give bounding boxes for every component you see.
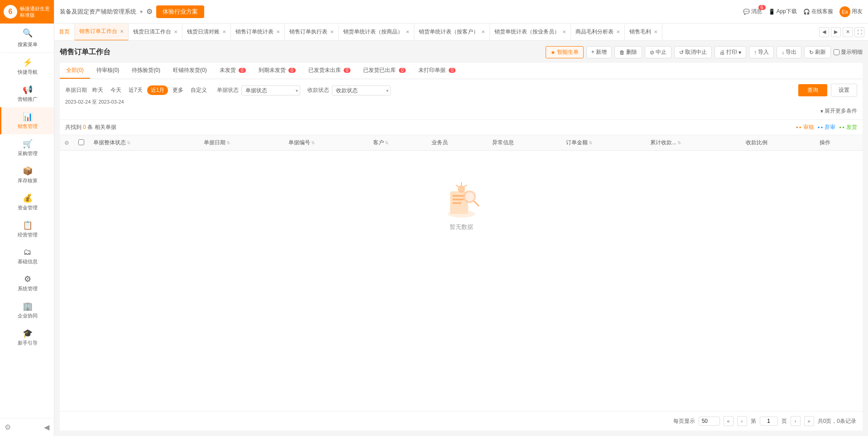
sidebar-item-system[interactable]: ⚙ 系统管理 <box>0 270 54 297</box>
filter-date-today[interactable]: 今天 <box>108 85 124 95</box>
collapse-icon[interactable]: ◀ <box>44 423 49 431</box>
sidebar-item-marketing[interactable]: 📢 营销推广 <box>0 80 54 107</box>
tab-sales-summary-product-close[interactable]: ✕ <box>406 29 409 34</box>
th-collected-sort[interactable]: 累计收款... ⇅ <box>650 139 737 147</box>
topbar-system-name: 装备及固定资产辅助管理系统 <box>60 8 136 16</box>
tab-sales-stats[interactable]: 销售订单统计表 ✕ <box>231 24 285 41</box>
tabs-fullscreen[interactable]: ⛶ <box>854 27 864 37</box>
show-detail-label[interactable]: 显示明细 <box>834 48 863 56</box>
tab-sales-summary-staff[interactable]: 销货单统计表（按业务员） ✕ <box>490 24 571 41</box>
sidebar-item-baseinfo[interactable]: 🗂 基础信息 <box>0 243 54 270</box>
print-button[interactable]: 🖨 打印 ▾ <box>715 46 746 58</box>
tab-sales-exec-close[interactable]: ✕ <box>330 29 334 34</box>
tab-sales-stats-label: 销售订单统计表 <box>235 28 273 36</box>
tab-sales-revenue-close[interactable]: ✕ <box>654 29 657 34</box>
filter-tab-shipped-out[interactable]: 已发货已出库 0 <box>357 63 412 79</box>
tab-cash-daily[interactable]: 钱货日清工作台 ✕ <box>129 24 182 41</box>
sidebar-search[interactable]: 🔍 搜索菜单 <box>0 24 54 53</box>
add-button[interactable]: + 新增 <box>586 46 612 58</box>
review-action[interactable]: ● 审核 <box>796 123 814 131</box>
delete-button[interactable]: 🗑 删除 <box>614 46 642 58</box>
import-button[interactable]: ↑ 导入 <box>749 46 774 58</box>
tab-sales-summary-staff-close[interactable]: ✕ <box>562 29 566 34</box>
show-detail-checkbox[interactable] <box>834 49 839 55</box>
tab-cash-reconcile-close[interactable]: ✕ <box>222 29 226 34</box>
select-all-checkbox[interactable] <box>78 139 84 145</box>
tab-sales-summary-customer-close[interactable]: ✕ <box>481 29 485 34</box>
filter-date-1month[interactable]: 近1月 <box>147 85 168 95</box>
tab-sales-summary-customer[interactable]: 销货单统计表（按客户） ✕ <box>414 24 490 41</box>
tab-product-margin-close[interactable]: ✕ <box>616 29 620 34</box>
th-status-sort[interactable]: 单据整体状态 ⇅ <box>93 139 195 147</box>
industry-solution-button[interactable]: 体验行业方案 <box>156 5 204 18</box>
tab-sales-revenue[interactable]: 销售毛利 ✕ <box>625 24 662 41</box>
th-amount-sort[interactable]: 订单金额 ⇅ <box>566 139 642 147</box>
topbar-app-download[interactable]: 📱 App下载 <box>768 8 797 15</box>
filter-date-custom[interactable]: 自定义 <box>188 85 210 95</box>
table-scroll[interactable]: ⚙ 单据整体状态 ⇅ <box>60 135 863 411</box>
pagination-next-btn[interactable]: › <box>791 416 801 426</box>
sidebar-item-newguide[interactable]: 🎓 新手引导 <box>0 324 54 351</box>
sidebar-item-operations[interactable]: 📋 经营管理 <box>0 216 54 243</box>
pagination-last-btn[interactable]: » <box>804 416 814 426</box>
expand-more-btn[interactable]: ▾ 展开更多条件 <box>820 107 857 115</box>
tab-sales-summary-product[interactable]: 销货单统计表（按商品） ✕ <box>339 24 414 41</box>
topbar-gear-icon[interactable]: ⚙ <box>146 7 153 16</box>
filter-date-yesterday[interactable]: 昨天 <box>90 85 106 95</box>
sidebar-item-purchase[interactable]: 🛒 采购管理 <box>0 134 54 161</box>
tabs-close-all[interactable]: ✕ <box>843 27 853 37</box>
tab-home[interactable]: 首页 <box>54 24 75 41</box>
filter-tab-wangpu[interactable]: 旺铺待发货(0) <box>167 63 213 79</box>
page-size-select[interactable]: 10 20 50 100 <box>699 417 720 426</box>
sidebar-item-enterprise[interactable]: 🏢 企业协同 <box>0 297 54 324</box>
tab-sales-summary-customer-label: 销货单统计表（按客户） <box>419 28 479 36</box>
sidebar-item-finance[interactable]: 💰 资金管理 <box>0 189 54 216</box>
filter-tab-pending-inspect[interactable]: 待拣验货(0) <box>125 63 167 79</box>
sidebar-item-sales[interactable]: 📊 销售管理 <box>0 107 54 134</box>
th-abnormal-sort[interactable]: 异常信息 <box>492 139 557 147</box>
topbar-user[interactable]: Ea 用友 <box>839 6 863 17</box>
filter-tab-pending-review[interactable]: 待审核(0) <box>90 63 126 79</box>
refresh-button[interactable]: ↻ 刷新 <box>804 46 831 58</box>
tab-cash-reconcile[interactable]: 钱货日清对账 ✕ <box>182 24 231 41</box>
filter-status-select[interactable]: 单据状态 <box>241 85 300 95</box>
cancel-stop-button[interactable]: ↺ 取消中止 <box>674 46 712 58</box>
filter-payment-select[interactable]: 收款状态 <box>332 85 391 95</box>
export-button[interactable]: ↓ 导出 <box>777 46 801 58</box>
column-settings-icon[interactable]: ⚙ <box>64 140 69 146</box>
sidebar-item-quicknav[interactable]: ⚡ 快捷导航 <box>0 53 54 80</box>
query-button[interactable]: 查询 <box>798 84 827 96</box>
tabs-scroll-right[interactable]: ▶ <box>831 27 841 37</box>
th-date-sort[interactable]: 单据日期 ⇅ <box>204 139 279 147</box>
pagination-prev-btn[interactable]: ‹ <box>737 416 747 426</box>
ship-action[interactable]: ● 发货 <box>839 123 857 131</box>
topbar-message[interactable]: 💬 消息 6 <box>743 8 762 15</box>
filter-tab-unshipped[interactable]: 未发货 0 <box>213 63 252 79</box>
tab-sales-workbench[interactable]: 销售订单工作台 ✕ <box>75 24 129 41</box>
filter-tab-all[interactable]: 全部(0) <box>60 63 90 79</box>
sidebar-item-inventory[interactable]: 📦 库存核算 <box>0 161 54 189</box>
online-service-icon: 🎧 <box>803 9 810 15</box>
filter-tab-expired[interactable]: 到期未发货 0 <box>252 63 302 79</box>
smart-create-button[interactable]: ★ 智能生单 <box>546 46 584 58</box>
set-button[interactable]: 设置 <box>831 84 857 97</box>
pagination-first-btn[interactable]: « <box>724 416 734 426</box>
th-staff-sort[interactable]: 业务员 <box>432 139 483 147</box>
tab-cash-daily-close[interactable]: ✕ <box>174 29 177 34</box>
pagination-page-input[interactable] <box>760 417 778 426</box>
stop-button[interactable]: ⊘ 中止 <box>645 46 671 58</box>
tab-product-margin[interactable]: 商品毛利分析表 ✕ <box>571 24 625 41</box>
filter-tab-shipped-not-out[interactable]: 已发货未出库 0 <box>302 63 357 79</box>
cancel-review-action[interactable]: ● 弃审 <box>818 123 836 131</box>
filter-date-7days[interactable]: 近7天 <box>126 85 145 95</box>
th-customer-sort[interactable]: 客户 ⇅ <box>373 139 422 147</box>
tab-sales-stats-close[interactable]: ✕ <box>276 29 280 34</box>
tabs-scroll-left[interactable]: ◀ <box>819 27 829 37</box>
filter-date-more[interactable]: 更多 <box>170 85 186 95</box>
settings-gear-icon[interactable]: ⚙ <box>5 423 11 431</box>
tab-sales-workbench-close[interactable]: ✕ <box>120 29 124 34</box>
topbar-online-service[interactable]: 🎧 在线客服 <box>803 8 833 15</box>
filter-tab-unprinted[interactable]: 未打印单据 0 <box>412 63 462 79</box>
th-number-sort[interactable]: 单据编号 ⇅ <box>288 139 364 147</box>
tab-sales-exec[interactable]: 销售订单执行表 ✕ <box>285 24 339 41</box>
